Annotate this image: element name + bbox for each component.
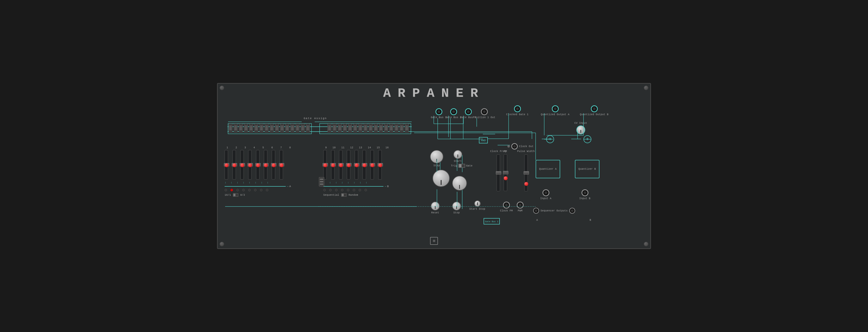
- gate-slider-32[interactable]: [405, 123, 409, 132]
- clock-out-jack[interactable]: [511, 143, 518, 150]
- seq-slider-a1[interactable]: [225, 150, 228, 180]
- gate-slider-20[interactable]: [343, 123, 347, 132]
- fm-slider[interactable]: [504, 154, 507, 191]
- step-num-4: 4: [254, 146, 255, 149]
- seq-slider-b1[interactable]: [323, 150, 327, 180]
- reset-knob[interactable]: [431, 202, 440, 210]
- seq-slider-a8[interactable]: [280, 150, 283, 180]
- gate-bus-1-jack[interactable]: [435, 108, 442, 115]
- seq-slider-a5[interactable]: [256, 150, 259, 180]
- seq-slider-b7[interactable]: [370, 150, 374, 180]
- seq-slider-b6[interactable]: [363, 150, 366, 180]
- quantized-output-a-jack[interactable]: [552, 105, 559, 112]
- cv-input-label: CV Input: [575, 122, 587, 124]
- gate-slider-28[interactable]: [384, 123, 388, 132]
- arrow-a1: ↓: [225, 181, 226, 184]
- stop-knob[interactable]: [452, 202, 461, 210]
- gate-slider-29[interactable]: [389, 123, 393, 132]
- quantized-output-b-jack[interactable]: [591, 105, 598, 112]
- gate-slider-14[interactable]: [296, 123, 300, 132]
- gate-slider-1[interactable]: [228, 123, 232, 132]
- trig-gate-toggle[interactable]: [458, 164, 465, 168]
- gate-slider-9[interactable]: [270, 123, 274, 132]
- seq-slider-a7[interactable]: [272, 150, 275, 180]
- start-section: Start: [454, 150, 462, 162]
- gate-slider-15[interactable]: [301, 123, 305, 132]
- gate-slider-23[interactable]: [359, 123, 362, 132]
- gate-slider-22[interactable]: [353, 123, 357, 132]
- reset-label: Reset: [431, 211, 440, 214]
- gate-slider-25[interactable]: [369, 123, 373, 132]
- clock-fm-jack[interactable]: [503, 202, 510, 209]
- gate-slider-11[interactable]: [280, 123, 284, 132]
- start-stop-knob[interactable]: [474, 200, 480, 207]
- clocked-gate-1-jack[interactable]: [514, 105, 521, 112]
- seq-output-a-jack[interactable]: [533, 208, 539, 214]
- seq-slider-a3[interactable]: [240, 150, 244, 180]
- clock-out-section: Clock Out: [507, 143, 534, 150]
- screw-tl: [220, 86, 224, 90]
- step-knob[interactable]: [430, 150, 443, 163]
- gate-slider-7[interactable]: [259, 123, 264, 132]
- gate-slider-12[interactable]: [285, 123, 289, 132]
- cv-input-knob[interactable]: [577, 125, 585, 134]
- gate-slider-26[interactable]: [374, 123, 378, 132]
- gate-slider-17[interactable]: [328, 123, 331, 132]
- gate-slider-8[interactable]: [265, 123, 269, 132]
- gate-slider-3[interactable]: [239, 123, 243, 132]
- gate-slider-13[interactable]: [290, 123, 294, 132]
- gate-slider-16[interactable]: [306, 123, 310, 132]
- input-b-jack[interactable]: [582, 189, 588, 196]
- step-num-6: 6: [272, 146, 273, 149]
- rate-knob-large[interactable]: [433, 170, 450, 187]
- start-stop-label: Start Stop: [469, 208, 485, 211]
- gate-slider-6[interactable]: [254, 123, 258, 132]
- gate-slider-5[interactable]: [249, 123, 253, 132]
- gate-sliders-a: [228, 123, 409, 132]
- start-knob[interactable]: [454, 150, 462, 159]
- gate-slider-30[interactable]: [395, 123, 398, 132]
- quantizer-b-box[interactable]: Quantizer B: [575, 160, 599, 178]
- seq-slider-b3[interactable]: [339, 150, 342, 180]
- arrow-b4: ↓: [341, 181, 343, 184]
- pwm-jack[interactable]: [517, 202, 524, 209]
- gate-slider-24[interactable]: [364, 123, 368, 132]
- toggle-seq-random[interactable]: [341, 193, 347, 197]
- arrow-a8: ↓: [267, 181, 269, 184]
- gate-slider-21[interactable]: [348, 123, 352, 132]
- step-dot-b6: [353, 189, 355, 191]
- gate-slider-27[interactable]: [379, 123, 383, 132]
- gate-assign-label: Gate Assign: [304, 117, 327, 120]
- pulse-width-slider[interactable]: [524, 154, 528, 191]
- seq-output-a-arrow: →: [287, 185, 288, 188]
- seq-slider-b4[interactable]: [347, 150, 350, 180]
- gate-bus-3-jack[interactable]: [465, 108, 472, 115]
- gate-bus-2-label: Gate Bus 2: [445, 116, 462, 119]
- trig-gate-section: Trig Gate: [451, 164, 472, 168]
- gate-slider-31[interactable]: [400, 123, 404, 132]
- position-1-out-jack[interactable]: [481, 108, 488, 115]
- seq-slider-b8[interactable]: [378, 150, 382, 180]
- gate-slider-10[interactable]: [275, 123, 279, 132]
- pitch-knob-large[interactable]: [452, 176, 467, 190]
- gate-slider-4[interactable]: [244, 123, 248, 132]
- clock-freq-slider[interactable]: [497, 154, 500, 191]
- seq-slider-a4[interactable]: [248, 150, 252, 180]
- input-a-jack[interactable]: [542, 189, 549, 196]
- step-dot-b3: [335, 189, 338, 191]
- mini-connector-box[interactable]: [319, 177, 324, 186]
- seq-slider-b5[interactable]: [355, 150, 358, 180]
- seq-slider-a6[interactable]: [264, 150, 267, 180]
- arrow-b5: ↓: [347, 181, 349, 184]
- gate-slider-18[interactable]: [333, 123, 337, 132]
- toggle-16-8[interactable]: [233, 193, 238, 197]
- seq-slider-b2[interactable]: [331, 150, 335, 180]
- quantizer-a-box[interactable]: Quantizer A: [536, 160, 560, 178]
- seq-slider-a2[interactable]: [232, 150, 236, 180]
- gate-bus-2-jack[interactable]: [450, 108, 457, 115]
- gate-slider-19[interactable]: [338, 123, 342, 132]
- gate-slider-2[interactable]: [234, 123, 238, 132]
- seq-output-b-label: B: [387, 185, 389, 188]
- seq-output-b-jack[interactable]: [569, 208, 575, 214]
- stop-section: Stop: [452, 202, 461, 214]
